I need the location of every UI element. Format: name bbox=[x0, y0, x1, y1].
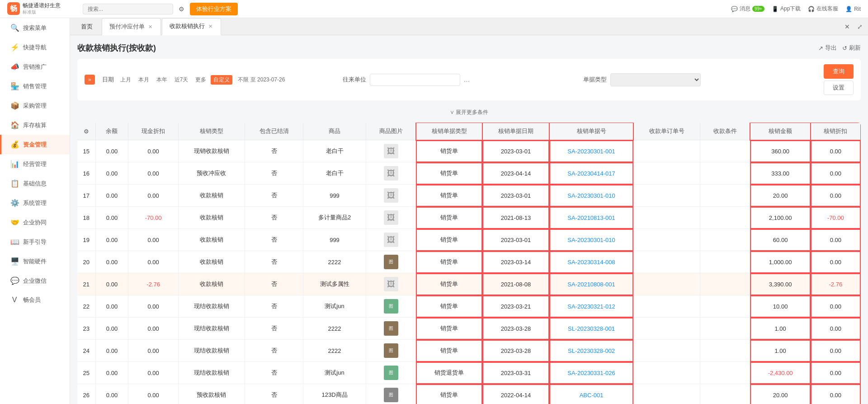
sidebar-item-finance[interactable]: 💰 资金管理 bbox=[0, 135, 70, 154]
setting-button[interactable]: 设置 bbox=[824, 81, 854, 95]
date-btn-this-month[interactable]: 本月 bbox=[136, 75, 152, 85]
col-receipt-order-no: 收款单订单号 bbox=[633, 123, 700, 140]
tab-close-prepay[interactable]: ✕ bbox=[147, 24, 153, 30]
tab-close-all-icon[interactable]: ✕ bbox=[843, 21, 852, 32]
writeoff-bill-no-link[interactable]: SA-20230331-026 bbox=[549, 362, 634, 384]
col-include-settled: 包含已结清 bbox=[245, 123, 303, 140]
date-filter-label: 日期 bbox=[102, 76, 114, 84]
user-avatar-icon: 👤 bbox=[845, 6, 852, 12]
data-table-wrapper: ⚙ 余额 现金折扣 核销类型 包含已结清 商品 商品图片 核销单据类型 核销单据… bbox=[77, 123, 861, 404]
settings-icon[interactable]: ⚙ bbox=[177, 4, 186, 14]
tab-close-writeoff[interactable]: ✕ bbox=[208, 24, 213, 29]
table-row: 240.000.00现结收款核销否2222图销货单2023-03-28SL-20… bbox=[77, 340, 861, 362]
expand-more-button[interactable]: ∨ 展开更多条件 bbox=[450, 109, 488, 116]
col-product: 商品 bbox=[303, 123, 366, 140]
col-writeoff-amount: 核销金额 bbox=[750, 123, 811, 140]
main-content: 首页 预付冲应付单 ✕ 收款核销执行 ✕ ✕ ⤢ 收款核销执行(按收款) ↗ bbox=[70, 18, 868, 404]
sidebar-item-hardware[interactable]: 🖥️ 智能硬件 bbox=[0, 252, 70, 271]
partner-filter-label: 往来单位 bbox=[343, 76, 366, 84]
tab-expand-icon[interactable]: ⤢ bbox=[855, 21, 864, 32]
message-badge: 99+ bbox=[752, 6, 764, 12]
table-row: 210.00-2.76收款核销否测试多属性🖼销货单2021-08-08SA-20… bbox=[77, 273, 861, 295]
writeoff-bill-no-link[interactable]: SA-20210813-001 bbox=[549, 207, 634, 229]
sidebar-item-sales[interactable]: 🏪 销售管理 bbox=[0, 76, 70, 96]
col-settings[interactable]: ⚙ bbox=[77, 123, 95, 140]
tab-home[interactable]: 首页 bbox=[74, 18, 100, 35]
date-btn-7days[interactable]: 近7天 bbox=[172, 75, 191, 85]
table-row: 200.000.00收款核销否2222图销货单2023-03-14SA-2023… bbox=[77, 251, 861, 273]
sales-icon: 🏪 bbox=[10, 82, 19, 90]
sidebar-item-system[interactable]: ⚙️ 系统管理 bbox=[0, 193, 70, 213]
member-icon: V bbox=[10, 296, 19, 304]
filter-bar: » 日期 上月 本月 本年 近7天 更多 自定义 不限 至 2023-07-26 bbox=[77, 59, 861, 100]
brand-area: 畅 畅捷通谱好生意 标准版 bbox=[7, 2, 77, 15]
writeoff-bill-no-link[interactable]: SA-20230301-010 bbox=[549, 229, 634, 251]
date-filter-group: 日期 上月 本月 本年 近7天 更多 自定义 不限 至 2023-07-26 bbox=[102, 75, 335, 85]
date-btn-more[interactable]: 更多 bbox=[193, 75, 209, 85]
writeoff-bill-no-link[interactable]: ABC-001 bbox=[549, 384, 634, 404]
tab-bar-actions: ✕ ⤢ bbox=[843, 21, 864, 32]
guide-icon: 📖 bbox=[10, 238, 19, 246]
col-writeoff-type: 核销类型 bbox=[178, 123, 245, 140]
filter-expand-button[interactable]: » bbox=[85, 75, 95, 85]
table-row: 150.000.00现销收款核销否老白干🖼销货单2023-03-01SA-202… bbox=[77, 140, 861, 162]
wechat-icon: 💬 bbox=[10, 276, 19, 285]
app-icon: 📱 bbox=[772, 6, 778, 12]
sidebar-item-collaboration[interactable]: 🤝 企业协同 bbox=[0, 213, 70, 232]
export-button[interactable]: ↗ 导出 bbox=[818, 44, 837, 52]
sidebar-item-purchase[interactable]: 📦 采购管理 bbox=[0, 96, 70, 115]
tab-writeoff[interactable]: 收款核销执行 ✕ bbox=[162, 18, 221, 35]
inventory-icon: 🏠 bbox=[10, 121, 19, 129]
page-header-actions: ↗ 导出 ↺ 刷新 bbox=[818, 44, 861, 52]
refresh-button[interactable]: ↺ 刷新 bbox=[842, 44, 861, 52]
writeoff-bill-no-link[interactable]: SL-20230328-002 bbox=[549, 340, 634, 362]
sidebar-item-operations[interactable]: 📊 经营管理 bbox=[0, 154, 70, 174]
user-button[interactable]: 👤 Rit bbox=[845, 6, 861, 12]
online-service-button[interactable]: 🎧 在线客服 bbox=[808, 5, 838, 13]
partner-filter-group: 往来单位 ... bbox=[343, 74, 576, 86]
top-bar-actions: 💬 消息 99+ 📱 App下载 🎧 在线客服 👤 Rit bbox=[731, 5, 861, 13]
query-button[interactable]: 查询 bbox=[824, 64, 854, 79]
top-search-area: ⚙ 体验行业方案 bbox=[83, 3, 726, 15]
industry-solution-button[interactable]: 体验行业方案 bbox=[190, 3, 238, 15]
sidebar-item-marketing[interactable]: 📣 营销推广 bbox=[0, 57, 70, 76]
table-body: 150.000.00现销收款核销否老白干🖼销货单2023-03-01SA-202… bbox=[77, 140, 861, 404]
sidebar-item-shortcut[interactable]: ⚡ 快捷导航 bbox=[0, 38, 70, 57]
writeoff-bill-no-link[interactable]: SA-20230321-012 bbox=[549, 295, 634, 318]
marketing-icon: 📣 bbox=[10, 62, 19, 71]
collaboration-icon: 🤝 bbox=[10, 218, 19, 227]
date-range-display: 不限 至 2023-07-26 bbox=[238, 76, 285, 84]
sidebar-item-basics[interactable]: 📋 基础信息 bbox=[0, 174, 70, 193]
operations-icon: 📊 bbox=[10, 160, 19, 168]
refresh-icon: ↺ bbox=[842, 45, 847, 52]
col-cash-discount: 现金折扣 bbox=[128, 123, 178, 140]
main-layout: 🔍 搜索菜单 ⚡ 快捷导航 📣 营销推广 🏪 销售管理 📦 采购管理 🏠 库存核… bbox=[0, 18, 868, 404]
writeoff-bill-no-link[interactable]: SA-20210808-001 bbox=[549, 273, 634, 295]
col-writeoff-bill-date: 核销单据日期 bbox=[482, 123, 549, 140]
sidebar-item-guide[interactable]: 📖 新手引导 bbox=[0, 232, 70, 252]
tab-prepay[interactable]: 预付冲应付单 ✕ bbox=[102, 18, 161, 35]
writeoff-bill-no-link[interactable]: SA-20230301-010 bbox=[549, 185, 634, 207]
date-btn-this-year[interactable]: 本年 bbox=[154, 75, 170, 85]
writeoff-bill-no-link[interactable]: SL-20230328-001 bbox=[549, 318, 634, 340]
top-bar: 畅 畅捷通谱好生意 标准版 ⚙ 体验行业方案 💬 消息 99+ 📱 App下载 … bbox=[0, 0, 868, 18]
writeoff-bill-no-link[interactable]: SA-20230314-008 bbox=[549, 251, 634, 273]
top-search-input[interactable] bbox=[83, 4, 173, 14]
page-content: 收款核销执行(按收款) ↗ 导出 ↺ 刷新 » bbox=[70, 35, 868, 404]
partner-filter-input[interactable] bbox=[370, 74, 460, 86]
message-icon: 💬 bbox=[731, 6, 738, 12]
date-btn-last-month[interactable]: 上月 bbox=[118, 75, 134, 85]
message-button[interactable]: 💬 消息 99+ bbox=[731, 5, 764, 13]
table-row: 260.000.00预收款核销否123D商品图销货单2022-04-14ABC-… bbox=[77, 384, 861, 404]
sidebar-item-wechat[interactable]: 💬 企业微信 bbox=[0, 271, 70, 290]
date-options: 上月 本月 本年 近7天 更多 自定义 bbox=[118, 75, 233, 85]
sidebar-item-search[interactable]: 🔍 搜索菜单 bbox=[0, 18, 70, 38]
bill-type-filter-select[interactable] bbox=[610, 73, 701, 86]
bill-type-filter-label: 单据类型 bbox=[583, 76, 607, 84]
sidebar-item-inventory[interactable]: 🏠 库存核算 bbox=[0, 115, 70, 135]
app-download-button[interactable]: 📱 App下载 bbox=[772, 5, 801, 13]
writeoff-bill-no-link[interactable]: SA-20230301-001 bbox=[549, 140, 634, 162]
date-btn-custom[interactable]: 自定义 bbox=[211, 75, 232, 85]
sidebar-item-member[interactable]: V 畅会员 bbox=[0, 290, 70, 309]
writeoff-bill-no-link[interactable]: SA-20230414-017 bbox=[549, 162, 634, 185]
